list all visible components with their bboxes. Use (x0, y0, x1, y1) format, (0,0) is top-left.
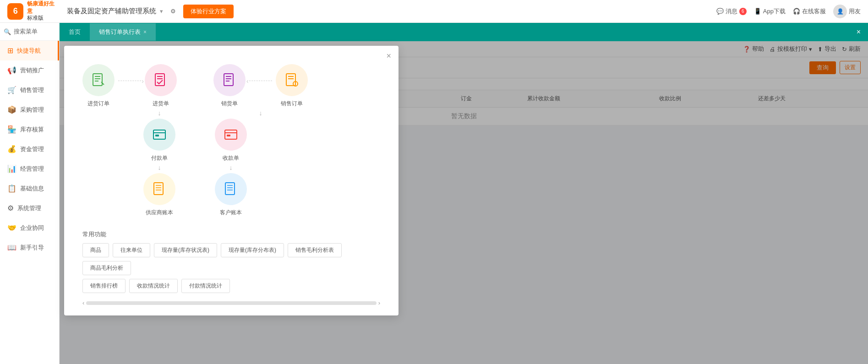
tabs-bar: 首页 销售订单执行表 × × (60, 23, 868, 41)
sidebar-item-sales[interactable]: 🛒 销售管理 (0, 80, 59, 100)
settings-icon[interactable]: ⚙ (167, 5, 180, 18)
tab-sales-order[interactable]: 销售订单执行表 × (90, 23, 156, 41)
sidebar-item-purchase[interactable]: 📦 采购管理 (0, 100, 59, 120)
purchase-circle (145, 64, 177, 96)
sidebar-item-label-enterprise: 企业协同 (20, 224, 44, 232)
func-btn-product-profit[interactable]: 商品毛利分析 (82, 261, 131, 275)
app-download-action[interactable]: 📱 App下载 (754, 7, 786, 16)
top-bar: 6 畅康通好生意 标准版 装备及固定资产辅助管理系统 ▾ ⚙ 体验行业方案 💬 … (0, 0, 868, 23)
system-title: 装备及固定资产辅助管理系统 ▾ ⚙ 体验行业方案 (67, 5, 716, 18)
newbie-icon: 📖 (7, 243, 16, 252)
sales-order-circle (276, 64, 308, 96)
tab-home[interactable]: 首页 (60, 23, 90, 41)
flow-node-purchase[interactable]: 进货单 (145, 64, 177, 108)
sidebar-item-system[interactable]: ⚙ 系统管理 (0, 198, 59, 218)
scroll-bar[interactable] (86, 301, 376, 305)
modal-close-icon[interactable]: × (386, 51, 391, 61)
logo-area: 6 畅康通好生意 标准版 (7, 0, 67, 22)
scroll-right-icon[interactable]: › (378, 299, 380, 306)
message-action[interactable]: 💬 消息 6 (716, 7, 747, 16)
flow-node-payment[interactable]: 付款单 (143, 119, 175, 162)
flow-node-purchase-order[interactable]: 进货订单 (82, 64, 115, 108)
supplier-ledger-circle (143, 173, 175, 205)
func-btn-contacts[interactable]: 往来单位 (113, 243, 150, 257)
enterprise-icon: 🤝 (7, 223, 16, 232)
func-btn-stock-dist[interactable]: 现存量(库存分布表) (221, 243, 284, 257)
search-icon: 🔍 (4, 28, 11, 35)
app-container: 6 畅康通好生意 标准版 装备及固定资产辅助管理系统 ▾ ⚙ 体验行业方案 💬 … (0, 0, 868, 364)
user-avatar: 👤 (833, 5, 847, 18)
customer-ledger-label: 客户账本 (220, 209, 242, 217)
receipt-label: 收款单 (223, 154, 239, 162)
customer-ledger-circle (215, 173, 247, 205)
tab-sales-order-label: 销售订单执行表 (99, 28, 141, 36)
message-label: 消息 (726, 7, 737, 16)
logo-sub-text: 标准版 (27, 15, 60, 22)
online-service-label: 在线客服 (802, 7, 826, 16)
func-btn-stock-status[interactable]: 现存量(库存状况表) (154, 243, 217, 257)
message-icon: 💬 (716, 8, 724, 15)
func-buttons-row1: 商品 往来单位 现存量(库存状况表) 现存量(库存分布表) 销售毛利分析表 商品… (82, 243, 380, 275)
svg-rect-4 (155, 74, 164, 86)
online-service-action[interactable]: 🎧 在线客服 (793, 7, 826, 16)
sidebar-search[interactable]: 🔍 搜索菜单 (0, 23, 59, 41)
payment-circle (143, 119, 175, 151)
flow-node-receipt[interactable]: 收款单 (215, 119, 247, 162)
sidebar-item-label-purchase: 采购管理 (20, 106, 44, 114)
sidebar-item-operations[interactable]: 📊 经营管理 (0, 159, 59, 179)
try-button[interactable]: 体验行业方案 (183, 5, 234, 18)
system-icon: ⚙ (7, 204, 14, 212)
logo-main-text: 畅康通好生意 (27, 0, 60, 15)
quick-nav-icon: ⊞ (7, 46, 13, 55)
sidebar-item-label-marketing: 营销推广 (20, 66, 44, 75)
sidebar-item-enterprise[interactable]: 🤝 企业协同 (0, 218, 59, 238)
func-buttons-row2: 销售排行榜 收款情况统计 付款情况统计 (82, 279, 380, 293)
purchase-label: 进货单 (153, 100, 169, 108)
modal-overlay[interactable]: × (60, 41, 868, 364)
purchase-icon: 📦 (7, 105, 16, 114)
marketing-icon: 📢 (7, 66, 16, 75)
content-area: 首页 销售订单执行表 × × ❓ 帮助 🖨 (60, 23, 868, 364)
func-btn-payment-stat[interactable]: 付款情况统计 (181, 279, 230, 293)
headset-icon: 🎧 (793, 8, 800, 15)
modal-box: × (64, 46, 399, 315)
sidebar-item-label-basic-info: 基础信息 (20, 185, 44, 193)
main-layout: 🔍 搜索菜单 ⊞ 快捷导航 📢 营销推广 🛒 销售管理 📦 采购管理 🏪 (0, 23, 868, 364)
svg-rect-14 (224, 74, 233, 86)
sidebar-item-finance[interactable]: 💰 资金管理 (0, 139, 59, 159)
message-badge: 6 (739, 8, 747, 15)
flow-node-customer-ledger[interactable]: 客户账本 (215, 173, 247, 217)
svg-rect-7 (153, 130, 165, 139)
inventory-icon: 🏪 (7, 125, 16, 134)
logo-icon: 6 (7, 3, 23, 20)
purchase-order-circle (82, 64, 115, 96)
flow-section: 进货订单 › (82, 60, 380, 226)
user-action[interactable]: 👤 用友 (833, 5, 861, 18)
basic-info-icon: 📋 (7, 184, 16, 193)
svg-rect-9 (155, 135, 159, 136)
sidebar-item-marketing[interactable]: 📢 营销推广 (0, 60, 59, 80)
sidebar-item-newbie[interactable]: 📖 新手引导 (0, 238, 59, 257)
sidebar-item-label-sales: 销售管理 (20, 86, 44, 94)
sidebar-item-inventory[interactable]: 🏪 库存核算 (0, 120, 59, 139)
flow-node-supplier-ledger[interactable]: 供应商账本 (143, 173, 175, 217)
func-btn-product[interactable]: 商品 (82, 243, 109, 257)
func-btn-sales-rank[interactable]: 销售排行榜 (82, 279, 126, 293)
func-btn-receipt-stat[interactable]: 收款情况统计 (129, 279, 178, 293)
sidebar-item-label-system: 系统管理 (17, 204, 41, 212)
sidebar-item-basic-info[interactable]: 📋 基础信息 (0, 179, 59, 198)
logo-text: 畅康通好生意 标准版 (27, 0, 60, 22)
flow-node-sales-order[interactable]: 销售订单 (276, 64, 308, 108)
sidebar-item-label-finance: 资金管理 (20, 145, 44, 153)
svg-rect-18 (286, 74, 295, 86)
tab-close-main-icon[interactable]: × (849, 23, 868, 41)
common-functions: 常用功能 商品 往来单位 现存量(库存状况表) 现存量(库存分布表) 销售毛利分… (82, 230, 380, 293)
supplier-ledger-label: 供应商账本 (146, 209, 173, 217)
system-dropdown-icon[interactable]: ▾ (160, 8, 163, 15)
flow-node-sales[interactable]: 销货单 (213, 64, 246, 108)
app-download-label: App下载 (763, 7, 786, 16)
func-btn-sales-profit[interactable]: 销售毛利分析表 (288, 243, 342, 257)
scroll-left-icon[interactable]: ‹ (82, 299, 84, 306)
sidebar-item-quick-nav[interactable]: ⊞ 快捷导航 (0, 41, 59, 60)
tab-close-icon[interactable]: × (143, 29, 147, 35)
